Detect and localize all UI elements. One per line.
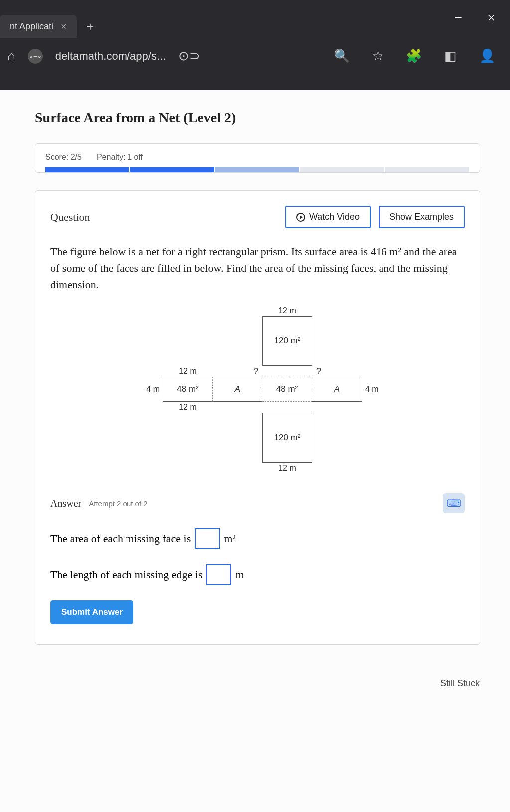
net-figure: 12 m 120 m² 12 m ? ? 4 m 48 m² A 48 m² A — [143, 305, 372, 474]
keypad-button[interactable]: ⌨ — [443, 493, 465, 513]
progress-bar — [45, 167, 470, 172]
question-prompt: The figure below is a net for a right re… — [50, 243, 465, 293]
answer-line1-unit: m² — [224, 532, 236, 545]
net-bottom-dim: 12 m — [278, 464, 296, 473]
answer-line-area: The area of each missing face is m² — [50, 528, 465, 549]
net-left-face: 48 m² — [163, 377, 213, 402]
new-tab-button[interactable]: + — [87, 19, 94, 34]
net-left-top-dim: 12 m — [179, 367, 197, 376]
tab-close-icon[interactable]: × — [61, 21, 67, 32]
address-bar: ⌂ ∘−∘ deltamath.com/app/s... ⊙⊃ 🔍 ☆ 🧩 ◧ … — [0, 38, 510, 64]
net-mid-face: 48 m² — [262, 377, 312, 402]
area-input[interactable] — [195, 528, 220, 549]
answer-line1-prefix: The area of each missing face is — [50, 532, 191, 545]
edge-input[interactable] — [206, 564, 231, 585]
answer-label: Answer — [50, 498, 81, 509]
keyboard-icon: ⌨ — [447, 497, 461, 509]
question-box: Question Watch Video Show Examples The f… — [35, 190, 480, 645]
show-examples-label: Show Examples — [389, 212, 454, 222]
penalty-label: Penalty: 1 off — [97, 153, 143, 162]
progress-seg — [45, 167, 130, 172]
net-a-face-2: A — [312, 377, 362, 402]
still-stuck-link[interactable]: Still Stuck — [440, 678, 480, 689]
profile-icon[interactable]: 👤 — [479, 48, 495, 64]
attempt-label: Attempt 2 out of 2 — [89, 499, 147, 508]
net-left-side-dim: 4 m — [146, 385, 163, 394]
show-examples-button[interactable]: Show Examples — [379, 206, 465, 228]
page-title: Surface Area from a Net (Level 2) — [35, 110, 480, 126]
score-box: Score: 2/5 Penalty: 1 off — [35, 143, 480, 173]
window-close-icon[interactable]: × — [487, 10, 495, 26]
net-bottom-face: 120 m² — [262, 413, 312, 463]
progress-seg — [215, 167, 300, 172]
window-minimize-icon[interactable]: − — [454, 10, 462, 26]
answer-line2-unit: m — [235, 568, 244, 581]
net-top-dim: 12 m — [278, 306, 296, 315]
toggle-icon[interactable]: ⊙⊃ — [178, 48, 200, 64]
browser-tab[interactable]: nt Applicati × — [0, 15, 77, 38]
answer-line2-prefix: The length of each missing edge is — [50, 568, 202, 581]
net-right-qmark: ? — [312, 366, 321, 377]
puzzle-icon[interactable]: 🧩 — [406, 48, 422, 64]
progress-seg — [130, 167, 215, 172]
star-icon[interactable]: ☆ — [372, 48, 383, 64]
progress-seg — [385, 167, 470, 172]
score-label: Score: 2/5 — [45, 153, 82, 162]
home-icon[interactable]: ⌂ — [7, 48, 15, 64]
net-left-qmark: ? — [254, 366, 262, 377]
tab-title: nt Applicati — [10, 21, 53, 32]
question-label: Question — [50, 211, 90, 224]
window-icon[interactable]: ◧ — [444, 48, 457, 64]
net-top-face: 120 m² — [262, 316, 312, 366]
net-a-face-1: A — [213, 377, 262, 402]
url-text[interactable]: deltamath.com/app/s... — [55, 50, 166, 63]
net-right-side-dim: 4 m — [362, 385, 379, 394]
submit-answer-button[interactable]: Submit Answer — [50, 600, 133, 624]
watch-video-label: Watch Video — [309, 212, 360, 222]
net-left-bottom-dim: 12 m — [179, 403, 197, 412]
browser-chrome: − × nt Applicati × + ⌂ ∘−∘ deltamath.com… — [0, 0, 510, 90]
play-icon — [296, 213, 305, 222]
site-icon: ∘−∘ — [28, 49, 43, 64]
watch-video-button[interactable]: Watch Video — [285, 206, 371, 228]
tab-bar: nt Applicati × + — [0, 0, 510, 38]
answer-line-edge: The length of each missing edge is m — [50, 564, 465, 585]
page-content: Surface Area from a Net (Level 2) Score:… — [0, 90, 510, 812]
search-icon[interactable]: 🔍 — [334, 48, 350, 64]
progress-seg — [300, 167, 384, 172]
